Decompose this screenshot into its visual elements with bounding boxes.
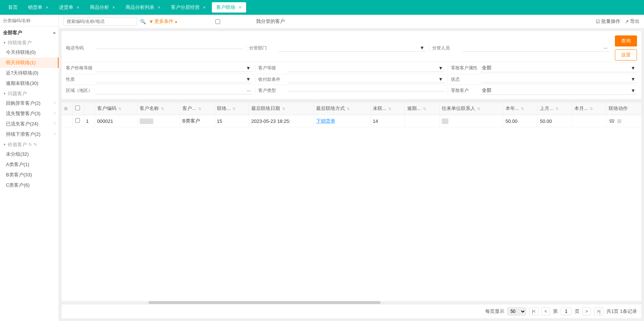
collapse-icon[interactable]: « [53,30,56,35]
sidebar-item-a-class[interactable]: A类客户(1) [0,159,59,170]
sort-type-icon: ⇅ [198,107,201,111]
batch-op-btn[interactable]: ☑ 批量操作 [596,18,620,25]
close-sales-icon[interactable]: ✕ [45,5,49,10]
next-page-btn[interactable]: > [582,307,591,315]
query-set-col: 查询 设置 [615,35,637,61]
sidebar-item-7days[interactable]: 近7天待联络(0) [0,68,59,78]
gender-select[interactable]: ▼ [95,76,252,83]
td-checkbox[interactable] [73,115,84,127]
nav-home[interactable]: 首页 [4,2,22,13]
search-input[interactable] [63,17,137,26]
nav-customer-contact[interactable]: 客户联络 ✕ [212,2,246,13]
phone-action-icon[interactable]: ☎ [609,118,615,124]
sidebar-group-problem[interactable]: 问题客户 [0,89,59,98]
close-purchase-icon[interactable]: ✕ [76,5,80,10]
status-select[interactable]: ▼ [480,76,637,83]
sidebar-item-today[interactable]: 今天待联络(0) [0,47,59,58]
sidebar-item-churned[interactable]: 已流失客户(24) ? [0,119,59,129]
close-customer-contact-icon[interactable]: ✕ [238,5,242,10]
retail-customer-select[interactable]: 全部 ▼ [480,86,637,95]
set-button[interactable]: 设置 [615,49,637,61]
th-no-contact[interactable]: 未联... ⇅ [370,102,405,115]
filter-status: 状态 ▼ [451,76,637,83]
sidebar-item-repurchase-abnormal[interactable]: 回购异常客户(2) ? [0,98,59,108]
phone-input[interactable] [95,47,243,49]
sidebar-item-overdue[interactable]: 逾期未联络(30) [0,78,59,89]
filter-retail-customer: 零散客户 全部 ▼ [451,86,637,95]
th-last-month[interactable]: 上月... ⇅ [538,102,572,115]
value-edit-icon[interactable]: ✎ [34,142,37,147]
nav-sales[interactable]: 销货单 ✕ [24,2,53,13]
th-code[interactable]: 客户编码 ⇅ [95,102,137,115]
th-contact[interactable]: 联络... ⇅ [214,102,249,115]
filter-search-icon[interactable]: 🔍 [140,19,146,24]
filter-region: 区域（地区） ··· [66,87,252,94]
help-icon-4: ? [53,132,56,137]
th-name[interactable]: 客户名称 ⇅ [137,102,180,115]
retail-attr-arrow-icon: ▼ [631,65,636,71]
first-page-btn[interactable]: |< [529,307,539,315]
th-last-method[interactable]: 最后联络方式 ⇅ [314,102,370,115]
all-customers-header[interactable]: 全部客户 « [0,27,59,38]
export-btn[interactable]: ↗ 导出 [625,18,640,25]
sort-name-icon: ⇅ [161,107,164,111]
close-customer-ops-icon[interactable]: ✕ [203,5,206,10]
adv-filter-panel: 电话号码 分管部门 ▼ 分管人员 ··· [61,31,642,100]
my-customers-check[interactable] [181,19,255,24]
value-refresh-icon[interactable]: ↻ [28,142,32,147]
th-gear[interactable]: ⚙ [62,102,73,115]
my-customers-checkbox[interactable]: 我分管的客户 [181,18,285,25]
th-this-year[interactable]: 本年... ⇅ [503,102,537,115]
content-area: 🔍 ▼ 更多条件 ▲ 我分管的客户 ☑ 批量操作 ↗ 导出 [59,15,644,321]
main-layout: 🔍 全部客户 « 待联络客户 今天待联络(0) 明天待联络(1) 近7天待联络(… [0,15,644,321]
close-goods-list-icon[interactable]: ✕ [157,5,161,10]
last-method-link[interactable]: 下销货单 [316,118,335,124]
sidebar-group-value[interactable]: 价值客户 ↻ ✎ [0,139,59,149]
filter-customer-level: 客户等级 ▼ [258,65,444,72]
page-size-select[interactable]: 50 100 200 [507,307,526,315]
payment-select[interactable]: ▼ [288,76,444,83]
filter-more-btn[interactable]: ▼ 更多条件 ▲ [149,18,178,25]
th-type[interactable]: 客户... ⇅ [180,102,214,115]
price-level-select[interactable]: ▼ [95,65,252,72]
th-last-date[interactable]: 最后联络日期 ⇅ [249,102,314,115]
sidebar-group-pending[interactable]: 待联络客户 [0,38,59,47]
th-checkbox[interactable] [73,102,84,115]
th-unit-contact[interactable]: 往来单位联系人 ⇅ [439,102,503,115]
grid-action-icon[interactable]: ⊞ [617,118,622,124]
sidebar-item-c-class[interactable]: C类客户(6) [0,180,59,190]
table-scroll-thumb[interactable] [148,301,381,304]
sidebar-search-area: 🔍 [0,15,59,27]
page-input[interactable] [561,308,572,315]
nav-purchase[interactable]: 进货单 ✕ [55,2,84,13]
dept-select[interactable]: ▼ [279,44,426,52]
table-scroll-bar[interactable] [62,301,641,304]
sidebar-item-tomorrow[interactable]: 明天待联络(1) [0,58,59,68]
sidebar-search-input[interactable] [3,18,58,23]
gear-icon[interactable]: ⚙ [64,106,68,111]
sidebar-item-ungrouped[interactable]: 未分组(32) [0,149,59,159]
prev-page-btn[interactable]: < [542,307,550,315]
last-page-btn[interactable]: >| [594,307,603,315]
query-button[interactable]: 查询 [615,35,637,46]
customer-level-select[interactable]: ▼ [288,65,444,72]
retail-attr-select[interactable]: 全部 ▼ [480,64,637,72]
td-name: ████ [137,115,180,127]
sidebar-item-declining[interactable]: 持续下滑客户(2) ? [0,129,59,139]
select-all-checkbox[interactable] [75,106,80,110]
filter-customer-type: 客户类型 [258,87,444,94]
row-checkbox[interactable] [75,118,80,123]
th-this-month[interactable]: 本月... ⇅ [572,102,606,115]
nav-goods-list[interactable]: 商品分析列表 ✕ [121,2,165,13]
th-overdue[interactable]: 逾期... ⇅ [405,102,439,115]
nav-customer-ops[interactable]: 客户分层经营 ✕ [167,2,210,13]
close-goods-analysis-icon[interactable]: ✕ [112,5,115,10]
customer-type-select[interactable] [288,90,444,92]
sidebar-item-churn-warning[interactable]: 流失预警客户(3) ? [0,108,59,119]
filter-gender: 性质 ▼ [66,76,252,83]
sidebar-item-b-class[interactable]: B类客户(33) [0,170,59,180]
manager-select[interactable]: ··· [462,44,609,52]
top-nav: 首页 销货单 ✕ 进货单 ✕ 商品分析 ✕ 商品分析列表 ✕ 客户分层经营 ✕ … [0,0,644,15]
nav-goods-analysis[interactable]: 商品分析 ✕ [85,2,120,13]
region-select[interactable]: ··· [95,87,252,94]
